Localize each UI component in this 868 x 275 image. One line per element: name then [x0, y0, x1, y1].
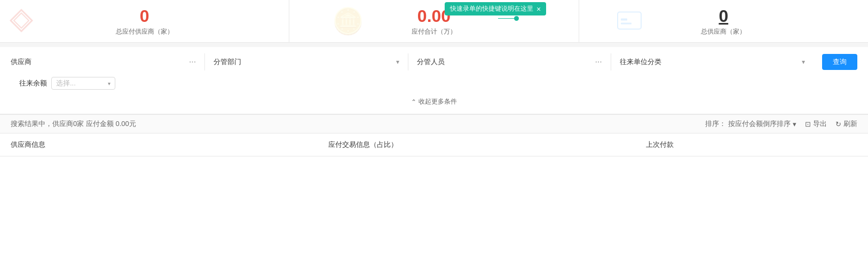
diamond-logo-icon	[10, 9, 33, 34]
shortcut-tooltip: 快速录单的快捷键说明在这里 ×	[445, 2, 546, 15]
balance-placeholder: 选择...	[56, 78, 76, 88]
card-icon	[617, 11, 642, 32]
filter-person: 分管人员 ···	[408, 53, 611, 70]
filter-dept: 分管部门 ▾	[205, 53, 408, 70]
filter-unit-class: 往来单位分类 ▾	[611, 53, 814, 70]
col-header-lastpay: 上次付款	[646, 140, 858, 150]
table-header: 供应商信息 应付交易信息（占比） 上次付款	[0, 133, 868, 156]
payable-suppliers-label: 总应付供应商（家）	[116, 27, 173, 36]
tooltip-connector	[498, 16, 519, 21]
unit-class-input[interactable]	[666, 58, 805, 66]
refresh-label: 刷新	[843, 119, 857, 129]
export-label: 导出	[813, 119, 827, 129]
balance-label: 往来余额	[19, 78, 47, 88]
unit-class-arrow-icon[interactable]: ▾	[802, 58, 805, 66]
top-stats-bar: 0 总应付供应商（家） 🪙 0.00 应付合计（万） 快速录单的快捷键说明在这里…	[0, 0, 868, 43]
tooltip-close-btn[interactable]: ×	[536, 5, 541, 13]
query-button[interactable]: 查询	[822, 54, 857, 70]
results-actions: 排序： 按应付会额倒序排序 ▾ ⊡ 导出 ↻ 刷新	[705, 119, 857, 129]
supplier-input[interactable]	[36, 58, 196, 66]
collapse-btn[interactable]: ⌃ 收起更多条件	[11, 94, 857, 109]
filter-balance: 往来余额 选择... ▾	[11, 75, 124, 92]
svg-rect-3	[621, 18, 627, 20]
dept-input[interactable]	[246, 58, 399, 66]
payable-suppliers-value: 0	[140, 6, 149, 26]
collapse-text: 收起更多条件	[419, 97, 457, 106]
export-button[interactable]: ⊡ 导出	[805, 119, 827, 129]
coin-icon: 🪙	[332, 6, 364, 36]
payable-total-label: 应付合计（万）	[412, 27, 456, 36]
filter-row-1: 供应商 ··· 分管部门 ▾ 分管人员 ··· 往来单位分类 ▾ 查询	[11, 53, 857, 70]
dept-arrow-icon[interactable]: ▾	[396, 58, 399, 66]
svg-rect-4	[621, 22, 632, 24]
svg-rect-2	[618, 12, 641, 29]
person-dots-btn[interactable]: ···	[595, 57, 602, 67]
sort-label: 排序：	[705, 119, 726, 129]
supplier-label: 供应商	[11, 57, 31, 67]
col-header-supplier: 供应商信息	[11, 140, 328, 150]
supplier-dots-btn[interactable]: ···	[189, 57, 196, 67]
total-suppliers-label: 总供应商（家）	[701, 27, 746, 36]
collapse-icon: ⌃	[411, 98, 416, 106]
filter-area: 供应商 ··· 分管部门 ▾ 分管人员 ··· 往来单位分类 ▾ 查询 往来余额	[0, 47, 868, 114]
sort-value: 按应付会额倒序排序	[728, 119, 791, 129]
refresh-icon: ↻	[835, 120, 841, 128]
stat-total-suppliers: 0 总供应商（家）	[579, 0, 868, 42]
unit-class-label: 往来单位分类	[620, 57, 661, 67]
sort-arrow-icon: ▾	[793, 120, 796, 128]
person-input[interactable]	[449, 58, 602, 66]
stat-payable-suppliers: 0 总应付供应商（家）	[0, 0, 289, 42]
balance-select[interactable]: 选择... ▾	[51, 77, 115, 90]
results-bar: 搜索结果中，供应商0家 应付金额 0.00元 排序： 按应付会额倒序排序 ▾ ⊡…	[0, 114, 868, 133]
col-header-transaction: 应付交易信息（占比）	[328, 140, 646, 150]
export-icon: ⊡	[805, 120, 811, 128]
tooltip-text: 快速录单的快捷键说明在这里	[450, 4, 533, 13]
filter-row-2: 往来余额 选择... ▾	[11, 75, 857, 92]
person-label: 分管人员	[417, 57, 445, 67]
total-suppliers-value: 0	[719, 6, 728, 26]
sort-dropdown[interactable]: 排序： 按应付会额倒序排序 ▾	[705, 119, 796, 129]
dept-label: 分管部门	[214, 57, 241, 67]
stat-payable-total: 🪙 0.00 应付合计（万） 快速录单的快捷键说明在这里 ×	[289, 0, 579, 42]
filter-supplier: 供应商 ···	[11, 53, 205, 70]
balance-arrow-icon: ▾	[108, 81, 111, 87]
refresh-button[interactable]: ↻ 刷新	[835, 119, 857, 129]
table-body	[0, 156, 868, 275]
results-info-text: 搜索结果中，供应商0家 应付金额 0.00元	[11, 119, 136, 129]
